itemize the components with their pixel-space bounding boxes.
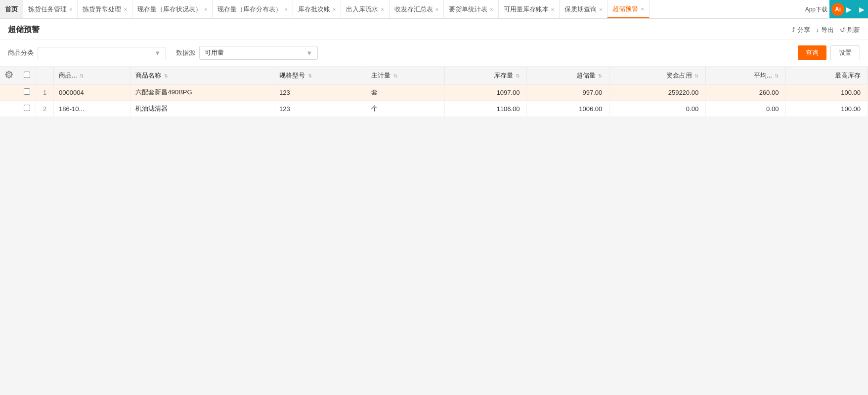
nav-tab-5[interactable]: 出入库流水 × xyxy=(341,0,389,18)
maxstock-cell: 100.00 xyxy=(786,101,868,117)
category-select[interactable]: ​ ▼ xyxy=(38,47,166,59)
maxstock-col-header[interactable]: 最高库存 xyxy=(786,67,868,84)
avg-sort-icon: ⇅ xyxy=(775,73,779,79)
row-gear-cell xyxy=(0,84,18,101)
capital-cell: 0.00 xyxy=(609,101,706,117)
close-tab-10-icon[interactable]: × xyxy=(641,6,644,12)
close-tab-7-icon[interactable]: × xyxy=(490,6,493,12)
nav-tab-3[interactable]: 现存量（库存分布表） × xyxy=(213,0,293,18)
row-checkbox[interactable] xyxy=(24,88,30,95)
overstock-col-header[interactable]: 超储量 ⇅ xyxy=(527,67,609,84)
capital-sort-icon: ⇅ xyxy=(694,73,698,79)
query-button[interactable]: 查询 xyxy=(798,45,826,60)
close-tab-4-icon[interactable]: × xyxy=(333,6,336,12)
export-button[interactable]: ↓ 导出 xyxy=(816,26,834,35)
stock-cell: 1106.00 xyxy=(444,101,527,117)
select-all-checkbox[interactable] xyxy=(24,72,30,78)
nav-tab-10[interactable]: 超储预警 × xyxy=(608,0,649,18)
unit-cell: 套 xyxy=(366,84,444,101)
stock-col-header[interactable]: 库存量 ⇅ xyxy=(444,67,527,84)
gear-icon[interactable] xyxy=(5,71,13,79)
close-tab-6-icon[interactable]: × xyxy=(435,6,438,12)
nav-tab-1[interactable]: 拣货异常处理 × xyxy=(78,0,132,18)
capital-cell: 259220.00 xyxy=(609,84,706,101)
capital-col-header[interactable]: 资金占用 ⇅ xyxy=(609,67,706,84)
nav-tab-0[interactable]: 拣货任务管理 × xyxy=(23,0,78,18)
avg-cell: 260.00 xyxy=(706,84,786,101)
spec-cell: 123 xyxy=(274,84,366,101)
close-tab-0-icon[interactable]: × xyxy=(69,6,72,12)
product-code-col-header[interactable]: 商品... ⇅ xyxy=(54,67,130,84)
datasource-dropdown-icon: ▼ xyxy=(306,49,312,57)
avg-cell: 0.00 xyxy=(706,101,786,117)
category-filter: 商品分类 ​ ▼ xyxy=(8,47,166,59)
checkbox-col-header[interactable] xyxy=(18,67,36,84)
unit-cell: 个 xyxy=(366,101,444,117)
overstock-cell: 997.00 xyxy=(527,84,609,101)
close-tab-1-icon[interactable]: × xyxy=(124,6,127,12)
filter-actions: 查询 设置 xyxy=(798,45,860,60)
app-download-label[interactable]: App下载 xyxy=(805,5,827,14)
datasource-select[interactable]: 可用量 ▼ xyxy=(199,46,318,60)
row-checkbox[interactable] xyxy=(24,105,30,111)
row-num-cell: 1 xyxy=(36,84,54,101)
product-code-cell: 0000004 xyxy=(54,84,130,101)
nav-home[interactable]: 首页 xyxy=(0,0,23,18)
user-area: App下载 Ai xyxy=(801,0,848,19)
close-tab-8-icon[interactable]: × xyxy=(551,6,554,12)
category-label: 商品分类 xyxy=(8,48,34,57)
page-header: 超储预警 ⤴ 分享 ↓ 导出 ↺ 刷新 xyxy=(0,19,868,40)
unit-col-header[interactable]: 主计量 ⇅ xyxy=(366,67,444,84)
settings-button[interactable]: 设置 xyxy=(830,45,860,60)
overstock-cell: 1006.00 xyxy=(527,101,609,117)
nav-tab-6[interactable]: 收发存汇总表 × xyxy=(390,0,444,18)
close-tab-5-icon[interactable]: × xyxy=(381,6,384,12)
datasource-filter: 数据源 可用量 ▼ xyxy=(176,46,318,60)
refresh-button[interactable]: ↺ 刷新 xyxy=(840,26,860,35)
nav-tab-9[interactable]: 保质期查询 × xyxy=(560,0,608,18)
avatar[interactable]: Ai xyxy=(831,3,844,16)
category-dropdown-icon: ▼ xyxy=(154,49,161,57)
stock-sort-icon: ⇅ xyxy=(516,73,520,79)
product-name-cell: 机油滤清器 xyxy=(130,101,274,117)
unit-sort-icon: ⇅ xyxy=(393,73,397,79)
refresh-icon: ↺ xyxy=(840,26,845,34)
nav-tab-7[interactable]: 要货单统计表 × xyxy=(444,0,498,18)
share-button[interactable]: ⤴ 分享 xyxy=(792,26,810,35)
filter-bar: 商品分类 ​ ▼ 数据源 可用量 ▼ 查询 设置 xyxy=(0,40,868,67)
export-icon: ↓ xyxy=(816,26,820,34)
close-tab-3-icon[interactable]: × xyxy=(284,6,287,12)
share-icon: ⤴ xyxy=(792,26,795,34)
product-code-sort-icon: ⇅ xyxy=(80,73,84,79)
table-container: 商品... ⇅ 商品名称 ⇅ 规格型号 ⇅ 主计量 ⇅ xyxy=(0,67,868,117)
rownum-col-header xyxy=(36,67,54,84)
nav-arrow-expand-button[interactable]: ▶ xyxy=(855,0,868,19)
product-code-cell: 186-10... xyxy=(54,101,130,117)
page-title: 超储预警 xyxy=(8,25,40,35)
top-nav: 首页 拣货任务管理 × 拣货异常处理 × 现存量（库存状况表） × 现存量（库存… xyxy=(0,0,868,19)
spec-col-header[interactable]: 规格型号 ⇅ xyxy=(274,67,366,84)
header-actions: ⤴ 分享 ↓ 导出 ↺ 刷新 xyxy=(792,26,861,35)
table-row: 2 186-10... 机油滤清器 123 个 1106.00 1006.00 … xyxy=(0,101,868,117)
row-gear-cell xyxy=(0,101,18,117)
gear-col-header[interactable] xyxy=(0,67,18,84)
table-row: 1 0000004 六配套新昌490BPG 123 套 1097.00 997.… xyxy=(0,84,868,101)
datasource-value: 可用量 xyxy=(205,48,224,57)
nav-tab-8[interactable]: 可用量库存账本 × xyxy=(499,0,560,18)
spec-sort-icon: ⇅ xyxy=(308,73,312,79)
row-num-cell: 2 xyxy=(36,101,54,117)
row-checkbox-cell[interactable] xyxy=(18,84,36,101)
product-name-cell: 六配套新昌490BPG xyxy=(130,84,274,101)
close-tab-2-icon[interactable]: × xyxy=(204,6,207,12)
avg-col-header[interactable]: 平均... ⇅ xyxy=(706,67,786,84)
overstock-sort-icon: ⇅ xyxy=(598,73,602,79)
row-checkbox-cell[interactable] xyxy=(18,101,36,117)
product-name-col-header[interactable]: 商品名称 ⇅ xyxy=(130,67,274,84)
nav-tab-4[interactable]: 库存批次账 × xyxy=(293,0,341,18)
data-table: 商品... ⇅ 商品名称 ⇅ 规格型号 ⇅ 主计量 ⇅ xyxy=(0,67,868,117)
stock-cell: 1097.00 xyxy=(444,84,527,101)
nav-tab-2[interactable]: 现存量（库存状况表） × xyxy=(132,0,213,18)
close-tab-9-icon[interactable]: × xyxy=(599,6,602,12)
maxstock-cell: 100.00 xyxy=(786,84,868,101)
table-header-row: 商品... ⇅ 商品名称 ⇅ 规格型号 ⇅ 主计量 ⇅ xyxy=(0,67,868,84)
